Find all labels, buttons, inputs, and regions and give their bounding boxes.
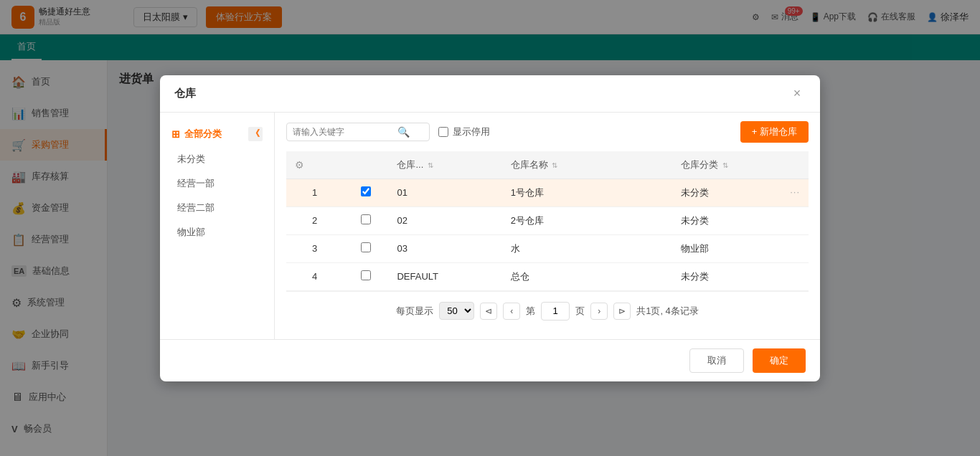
last-page-button[interactable]: ⊳ bbox=[613, 303, 631, 320]
col-header-check bbox=[343, 151, 388, 179]
row-category: 未分类 bbox=[672, 262, 809, 290]
category-item-dept2[interactable]: 经营二部 bbox=[160, 196, 274, 220]
category-item-dept1[interactable]: 经营一部 bbox=[160, 171, 274, 196]
row-code: 03 bbox=[388, 234, 501, 262]
sort-icon-cat: ⇅ bbox=[722, 161, 728, 169]
row-no: 4 bbox=[286, 262, 343, 290]
col-name-label: 仓库名称 bbox=[511, 159, 548, 170]
row-category: 物业部 bbox=[672, 234, 809, 262]
row-name: 水 bbox=[502, 234, 672, 262]
col-code-label: 仓库... bbox=[397, 159, 423, 170]
category-panel: ⊞ 全部分类 《 未分类 经营一部 经营二部 物业部 bbox=[160, 113, 275, 339]
grid-icon: ⊞ bbox=[171, 128, 180, 140]
table-panel: 🔍 显示停用 + 新增仓库 ⚙ 仓库. bbox=[275, 113, 820, 339]
sort-icon-name: ⇅ bbox=[552, 161, 557, 169]
search-input[interactable] bbox=[293, 127, 393, 137]
row-actions[interactable]: ··· bbox=[790, 186, 800, 197]
all-categories[interactable]: ⊞ 全部分类 《 bbox=[160, 121, 274, 147]
col-header-gear[interactable]: ⚙ bbox=[286, 151, 343, 179]
collapse-button[interactable]: 《 bbox=[248, 127, 263, 141]
row-code: 02 bbox=[388, 206, 501, 234]
row-checkbox[interactable] bbox=[361, 242, 371, 252]
search-input-wrap: 🔍 bbox=[286, 123, 430, 141]
first-page-button[interactable]: ⊲ bbox=[480, 303, 497, 320]
settings-icon: ⚙ bbox=[295, 159, 304, 171]
row-checkbox-cell[interactable] bbox=[343, 206, 388, 234]
warehouse-table: ⚙ 仓库... ⇅ 仓库名称 ⇅ 仓库分类 bbox=[286, 151, 809, 291]
row-checkbox-cell[interactable] bbox=[343, 262, 388, 290]
row-checkbox-cell[interactable] bbox=[343, 179, 388, 206]
show-disabled-label: 显示停用 bbox=[453, 125, 490, 138]
col-header-category[interactable]: 仓库分类 ⇅ bbox=[672, 151, 809, 179]
modal-header: 仓库 × bbox=[160, 75, 820, 113]
page-total-info: 共1页, 4条记录 bbox=[636, 305, 699, 318]
pagination: 每页显示 50 ⊲ ‹ 第 页 › ⊳ 共1页, 4条记录 bbox=[286, 291, 809, 331]
row-checkbox[interactable] bbox=[361, 270, 371, 280]
show-disabled-check[interactable]: 显示停用 bbox=[438, 125, 490, 138]
row-no: 3 bbox=[286, 234, 343, 262]
modal-footer: 取消 确定 bbox=[160, 339, 820, 381]
modal-backdrop: 仓库 × ⊞ 全部分类 《 未分类 经营一部 经营二部 物业部 bbox=[0, 0, 980, 456]
page-text-label: 第 bbox=[526, 305, 535, 318]
page-input[interactable] bbox=[541, 302, 570, 320]
page-suffix-label: 页 bbox=[575, 305, 585, 318]
modal-title: 仓库 bbox=[174, 87, 196, 100]
row-checkbox[interactable] bbox=[361, 214, 371, 224]
confirm-button[interactable]: 确定 bbox=[753, 348, 806, 373]
category-item-unclassified[interactable]: 未分类 bbox=[160, 147, 274, 171]
row-checkbox[interactable] bbox=[361, 186, 371, 196]
table-body: 1 01 1号仓库 未分类··· 2 02 2号仓库 未分类 3 03 水 物业… bbox=[286, 179, 809, 290]
row-category: 未分类 bbox=[672, 206, 809, 234]
next-page-button[interactable]: › bbox=[590, 303, 608, 320]
col-header-code[interactable]: 仓库... ⇅ bbox=[388, 151, 501, 179]
row-code: DEFAULT bbox=[388, 262, 501, 290]
all-categories-label: 全部分类 bbox=[184, 128, 222, 141]
row-name: 总仓 bbox=[502, 262, 672, 290]
col-cat-label: 仓库分类 bbox=[681, 159, 718, 170]
category-item-property[interactable]: 物业部 bbox=[160, 220, 274, 244]
table-row[interactable]: 4 DEFAULT 总仓 未分类 bbox=[286, 262, 809, 290]
row-name: 2号仓库 bbox=[502, 206, 672, 234]
table-header-row: ⚙ 仓库... ⇅ 仓库名称 ⇅ 仓库分类 bbox=[286, 151, 809, 179]
table-row[interactable]: 3 03 水 物业部 bbox=[286, 234, 809, 262]
new-warehouse-button[interactable]: + 新增仓库 bbox=[740, 121, 809, 143]
table-row[interactable]: 1 01 1号仓库 未分类··· bbox=[286, 179, 809, 206]
warehouse-modal: 仓库 × ⊞ 全部分类 《 未分类 经营一部 经营二部 物业部 bbox=[160, 75, 820, 381]
col-header-name[interactable]: 仓库名称 ⇅ bbox=[502, 151, 672, 179]
table-toolbar: 🔍 显示停用 + 新增仓库 bbox=[286, 121, 809, 143]
table-row[interactable]: 2 02 2号仓库 未分类 bbox=[286, 206, 809, 234]
row-no: 2 bbox=[286, 206, 343, 234]
sort-icon-code: ⇅ bbox=[428, 161, 433, 169]
row-category: 未分类··· bbox=[672, 179, 809, 206]
row-name: 1号仓库 bbox=[502, 179, 672, 206]
per-page-select[interactable]: 50 bbox=[439, 302, 474, 320]
row-no: 1 bbox=[286, 179, 343, 206]
modal-close-button[interactable]: × bbox=[788, 85, 806, 102]
row-code: 01 bbox=[388, 179, 501, 206]
show-disabled-checkbox[interactable] bbox=[438, 127, 448, 137]
prev-page-button[interactable]: ‹ bbox=[503, 303, 520, 320]
cancel-button[interactable]: 取消 bbox=[689, 348, 744, 373]
search-icon[interactable]: 🔍 bbox=[397, 126, 410, 138]
modal-body: ⊞ 全部分类 《 未分类 经营一部 经营二部 物业部 🔍 bbox=[160, 113, 820, 339]
row-checkbox-cell[interactable] bbox=[343, 234, 388, 262]
per-page-label: 每页显示 bbox=[396, 305, 433, 318]
